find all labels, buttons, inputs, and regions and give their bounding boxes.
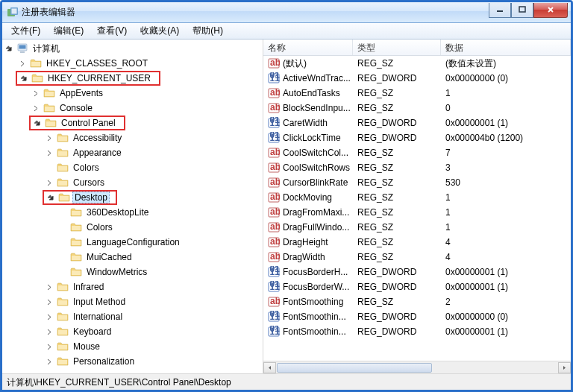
expand-icon[interactable] (46, 343, 54, 351)
list-pane: 名称 类型 数据 (默认)REG_SZ(数值未设置)ActiveWndTrac.… (263, 39, 571, 373)
folder-icon (57, 147, 69, 159)
expand-icon[interactable] (47, 194, 55, 202)
tree-node-keyboard[interactable]: Keyboard (2, 324, 263, 339)
scroll-thumb[interactable] (277, 363, 432, 373)
value-type: REG_SZ (353, 103, 441, 113)
tree-node-appearance[interactable]: Appearance (2, 145, 263, 160)
expand-icon[interactable] (32, 104, 40, 113)
expand-icon[interactable] (46, 328, 54, 336)
tree-node-international[interactable]: International (2, 309, 263, 324)
expand-icon[interactable] (19, 60, 27, 68)
expand-icon[interactable] (46, 134, 54, 142)
tree-node-appevents[interactable]: AppEvents (2, 86, 263, 101)
list-row[interactable]: DragHeightREG_SZ4 (263, 235, 571, 250)
value-data: 2 (441, 297, 571, 307)
menu-help[interactable]: 帮助(H) (187, 23, 229, 39)
value-type: REG_SZ (353, 177, 441, 188)
menu-view[interactable]: 查看(V) (91, 23, 133, 39)
tree-node-hkcr[interactable]: HKEY_CLASSES_ROOT (2, 56, 263, 71)
list-body[interactable]: (默认)REG_SZ(数值未设置)ActiveWndTrac...REG_DWO… (263, 56, 571, 361)
folder-icon (57, 177, 69, 189)
expand-icon[interactable] (46, 283, 54, 291)
value-name: FontSmoothin... (283, 312, 346, 322)
expand-icon[interactable] (34, 119, 42, 127)
tree-node-langconfig[interactable]: LanguageConfiguration (2, 235, 263, 250)
tree-node-colors2[interactable]: Colors (2, 220, 263, 235)
tree-node-windowmetrics[interactable]: WindowMetrics (2, 265, 263, 279)
expand-icon[interactable] (20, 75, 28, 83)
list-row[interactable]: ActiveWndTrac...REG_DWORD0x00000000 (0) (263, 71, 571, 86)
tree-node-infrared[interactable]: Infrared (2, 279, 263, 294)
expand-icon[interactable] (46, 179, 54, 187)
tree-node-desktop[interactable]: Desktop (44, 190, 113, 205)
value-type: REG_DWORD (353, 133, 441, 143)
tree-node-colors[interactable]: Colors (2, 160, 263, 175)
expand-icon[interactable] (5, 45, 13, 53)
list-row[interactable]: FontSmoothingREG_SZ2 (263, 294, 571, 309)
tree-node-computer[interactable]: 计算机 (2, 41, 263, 56)
list-row[interactable]: (默认)REG_SZ(数值未设置) (263, 56, 571, 71)
tree-node-cursors[interactable]: Cursors (2, 175, 263, 190)
list-row[interactable]: DragWidthREG_SZ4 (263, 250, 571, 265)
tree-node-personalization[interactable]: Personalization (2, 354, 263, 369)
menu-favorites[interactable]: 收藏夹(A) (134, 23, 185, 39)
tree-node-hkcu[interactable]: HKEY_CURRENT_USER (17, 71, 156, 86)
scroll-track[interactable] (276, 362, 558, 373)
tree-node-mouse[interactable]: Mouse (2, 339, 263, 354)
list-row[interactable]: FontSmoothin...REG_DWORD0x00000000 (0) (263, 309, 571, 324)
app-icon (7, 7, 19, 19)
col-header-type[interactable]: 类型 (353, 39, 441, 55)
tree-label: Cursors (71, 177, 107, 189)
expand-icon[interactable] (32, 89, 40, 98)
tree-label: Colors (71, 162, 101, 174)
list-row[interactable]: FocusBorderW...REG_DWORD0x00000001 (1) (263, 279, 571, 294)
folder-icon (43, 87, 55, 99)
list-row[interactable]: AutoEndTasksREG_SZ1 (263, 86, 571, 101)
scroll-right-arrow[interactable] (558, 362, 571, 373)
value-name: CaretWidth (283, 118, 328, 128)
col-header-name[interactable]: 名称 (263, 39, 353, 55)
expand-icon[interactable] (46, 358, 54, 366)
value-name: DragFullWindo... (283, 222, 349, 233)
scroll-left-arrow[interactable] (263, 362, 276, 373)
folder-icon (57, 132, 69, 144)
list-row[interactable]: DockMovingREG_SZ1 (263, 190, 571, 205)
tree-node-desktoplite[interactable]: 360DesktopLite (2, 205, 263, 220)
value-type: REG_DWORD (353, 326, 441, 337)
col-header-data[interactable]: 数据 (441, 39, 571, 55)
list-row[interactable]: DragFromMaxi...REG_SZ1 (263, 205, 571, 220)
folder-icon (57, 281, 69, 293)
folder-icon (57, 311, 69, 323)
maximize-button[interactable] (511, 3, 533, 18)
menu-edit[interactable]: 编辑(E) (48, 23, 90, 39)
tree-node-inputmethod[interactable]: Input Method (2, 294, 263, 309)
list-row[interactable]: BlockSendInpu...REG_SZ0 (263, 101, 571, 116)
list-row[interactable]: CaretWidthREG_DWORD0x00000001 (1) (263, 116, 571, 130)
menu-file[interactable]: 文件(F) (5, 23, 46, 39)
list-row[interactable]: CoolSwitchRowsREG_SZ3 (263, 160, 571, 175)
list-row[interactable]: ClickLockTimeREG_DWORD0x000004b0 (1200) (263, 130, 571, 145)
value-string-icon (268, 251, 280, 263)
list-row[interactable]: FocusBorderH...REG_DWORD0x00000001 (1) (263, 265, 571, 279)
folder-icon (45, 117, 57, 129)
tree-pane[interactable]: 计算机 HKEY_CLASSES_ROOT HKEY_CURRENT_USER (2, 39, 263, 373)
tree-node-muicached[interactable]: MuiCached (2, 250, 263, 265)
expand-icon[interactable] (46, 313, 54, 321)
list-row[interactable]: CursorBlinkRateREG_SZ530 (263, 175, 571, 190)
status-path: 计算机\HKEY_CURRENT_USER\Control Panel\Desk… (7, 377, 231, 388)
list-row[interactable]: FontSmoothin...REG_DWORD0x00000001 (1) (263, 324, 571, 339)
close-button[interactable] (533, 3, 568, 18)
value-string-icon (268, 102, 280, 114)
tree-node-controlpanel[interactable]: Control Panel (31, 116, 121, 130)
tree-node-accessibility[interactable]: Accessibility (2, 130, 263, 145)
minimize-button[interactable] (489, 3, 511, 18)
list-row[interactable]: DragFullWindo...REG_SZ1 (263, 220, 571, 235)
tree-node-console[interactable]: Console (2, 101, 263, 116)
value-data: 0x00000000 (0) (441, 312, 571, 322)
expand-icon[interactable] (46, 298, 54, 306)
titlebar[interactable]: 注册表编辑器 (2, 2, 571, 23)
list-row[interactable]: CoolSwitchCol...REG_SZ7 (263, 145, 571, 160)
horizontal-scrollbar[interactable] (263, 361, 571, 373)
expand-icon[interactable] (46, 149, 54, 157)
value-data: 1 (441, 192, 571, 203)
